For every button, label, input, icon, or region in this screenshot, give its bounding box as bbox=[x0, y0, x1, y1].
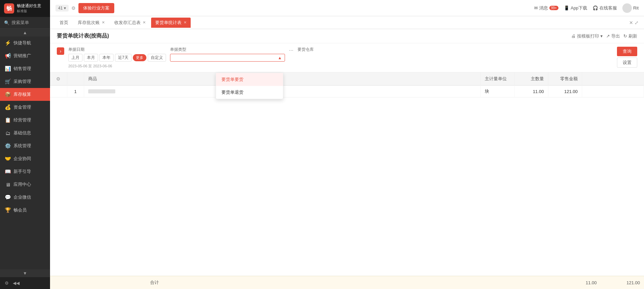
date-filter-btns: 上月 本月 本年 近7天 更多 自定义 bbox=[68, 54, 166, 62]
col-header-seq bbox=[67, 72, 84, 86]
sidebar-item-inventory[interactable]: 📦 库存核算 bbox=[0, 88, 50, 101]
table-container: ⚙ 商品 主计量单位 主数量 零售金额 1 bbox=[50, 72, 644, 276]
product-placeholder bbox=[88, 89, 115, 93]
type-dropdown-menu: 要货单要货 要货单退货 bbox=[216, 73, 283, 99]
warehouse-filter-label: 要货仓库 bbox=[297, 47, 325, 52]
sidebar-item-operation[interactable]: 📋 经营管理 bbox=[0, 114, 50, 127]
sidebar-item-system[interactable]: ⚙️ 系统管理 bbox=[0, 139, 50, 152]
dropdown-order-goods-label: 要货单要货 bbox=[221, 77, 243, 82]
sidebar-item-app-center[interactable]: 🖥 应用中心 bbox=[0, 178, 50, 191]
sidebar: 畅 畅捷通好生意 标准版 🔍 搜索菜单 ▲ ⚡ 快捷导航 📢 营销推广 📊 销售… bbox=[0, 0, 50, 289]
dropdown-item-order-goods[interactable]: 要货单要货 bbox=[216, 73, 283, 86]
refresh-btn[interactable]: ↻ 刷新 bbox=[623, 33, 637, 39]
date-btn-curr[interactable]: 本月 bbox=[84, 54, 98, 62]
sidebar-item-basic[interactable]: 🗂 基础信息 bbox=[0, 127, 50, 139]
app-download-btn[interactable]: 📱 App下载 bbox=[564, 5, 587, 11]
tab-home[interactable]: 首页 bbox=[55, 18, 72, 28]
tab-inventory-batch[interactable]: 库存批次账 ✕ bbox=[74, 18, 109, 28]
search-menu[interactable]: 🔍 搜索菜单 bbox=[0, 17, 50, 29]
sidebar-item-quick-nav[interactable]: ⚡ 快捷导航 bbox=[0, 37, 50, 49]
col-header-unit: 主计量单位 bbox=[480, 72, 514, 86]
scroll-up[interactable]: ▲ bbox=[0, 29, 50, 37]
date-btn-week7[interactable]: 近7天 bbox=[115, 54, 132, 62]
user-name: Rit bbox=[633, 5, 639, 10]
tab-order-summary-close[interactable]: ✕ bbox=[184, 20, 187, 25]
scroll-down[interactable]: ▼ bbox=[0, 269, 50, 277]
service-icon: 🎧 bbox=[593, 5, 598, 10]
type-filter-arrow-icon: ▲ bbox=[278, 55, 282, 60]
filter-actions: 查询 设置 bbox=[617, 47, 637, 68]
refresh-icon: ↻ bbox=[623, 34, 627, 39]
dropdown-item-order-return[interactable]: 要货单退货 bbox=[216, 86, 283, 99]
export-btn[interactable]: ↗ 导出 bbox=[606, 33, 620, 39]
system-icon: ⚙️ bbox=[5, 143, 11, 149]
tab-order-summary[interactable]: 要货单统计表 ✕ bbox=[151, 18, 191, 28]
purchase-label: 采购管理 bbox=[14, 79, 31, 85]
row-gear-cell bbox=[50, 86, 67, 97]
tab-receive-summary[interactable]: 收发存汇总表 ✕ bbox=[110, 18, 150, 28]
marketing-icon: 📢 bbox=[5, 53, 11, 59]
row-unit-cell: 块 bbox=[480, 86, 514, 97]
sidebar-item-guide[interactable]: 📖 新手引导 bbox=[0, 165, 50, 178]
table-header-row: ⚙ 商品 主计量单位 主数量 零售金额 bbox=[50, 72, 644, 86]
user-profile-btn[interactable]: Rit bbox=[622, 3, 639, 13]
type-filter-input[interactable]: ▲ bbox=[170, 54, 285, 62]
sidebar-item-members[interactable]: 🏆 畅会员 bbox=[0, 204, 50, 217]
setting-btn[interactable]: 设置 bbox=[617, 58, 637, 68]
date-range-display: 2023-05-06 至 2023-06-06 bbox=[68, 64, 166, 69]
message-icon: ✉ bbox=[534, 5, 538, 10]
date-btn-year[interactable]: 本年 bbox=[99, 54, 114, 62]
print-dropdown-icon: ▾ bbox=[600, 34, 603, 39]
table-footer: 合计 11.00 121.00 bbox=[50, 276, 644, 289]
date-btn-more[interactable]: 更多 bbox=[133, 54, 146, 61]
inventory-label: 库存核算 bbox=[14, 91, 31, 97]
dropdown-order-return-label: 要货单退货 bbox=[221, 90, 243, 95]
app-center-label: 应用中心 bbox=[14, 181, 31, 187]
messages-btn[interactable]: ✉ 消息 99+ bbox=[534, 5, 558, 11]
collapse-icon[interactable]: ◀◀ bbox=[13, 281, 20, 286]
logo-icon: 畅 bbox=[4, 3, 14, 14]
date-btn-custom[interactable]: 自定义 bbox=[148, 54, 166, 62]
app-logo: 畅 畅捷通好生意 标准版 bbox=[0, 0, 50, 17]
tab-inventory-batch-close[interactable]: ✕ bbox=[102, 20, 105, 25]
basic-icon: 🗂 bbox=[5, 130, 11, 136]
tab-receive-summary-close[interactable]: ✕ bbox=[143, 20, 146, 25]
topbar-gear-icon[interactable]: ⚙ bbox=[71, 5, 76, 11]
row-extra-cell bbox=[582, 86, 644, 97]
type-filter-group: 单据类型 ▲ bbox=[170, 47, 285, 62]
query-btn[interactable]: 查询 bbox=[617, 47, 637, 56]
date-filter-group: 单据日期 上月 本月 本年 近7天 更多 自定义 2023-05-06 至 20… bbox=[68, 47, 166, 69]
date-filter-label: 单据日期 bbox=[68, 47, 166, 52]
search-icon: 🔍 bbox=[4, 20, 9, 25]
sidebar-item-enterprise[interactable]: 🤝 企业协同 bbox=[0, 152, 50, 165]
online-service-btn[interactable]: 🎧 在线客服 bbox=[593, 5, 617, 11]
guide-icon: 📖 bbox=[5, 169, 11, 175]
date-btn-prev[interactable]: 上月 bbox=[68, 54, 82, 62]
tab-expand-icon[interactable]: ⤢ bbox=[635, 20, 639, 25]
tab-receive-summary-label: 收发存汇总表 bbox=[114, 20, 141, 26]
sidebar-item-marketing[interactable]: 📢 营销推广 bbox=[0, 49, 50, 62]
settings-icon[interactable]: ⚙ bbox=[5, 281, 9, 286]
table-gear-icon[interactable]: ⚙ bbox=[56, 76, 61, 82]
tabs-bar: 首页 库存批次账 ✕ 收发存汇总表 ✕ 要货单统计表 ✕ ✕ ⤢ bbox=[50, 16, 644, 29]
tab-close-all-icon[interactable]: ✕ bbox=[629, 20, 633, 25]
print-template-label: 按模板打印 bbox=[577, 33, 599, 39]
version-dropdown-icon: ▾ bbox=[64, 6, 66, 10]
wechat-icon: 💬 bbox=[5, 194, 11, 200]
col-header-amount: 零售金额 bbox=[548, 72, 582, 86]
type-filter-value bbox=[173, 55, 174, 60]
print-template-btn[interactable]: 🖨 按模板打印 ▾ bbox=[571, 33, 603, 39]
marketing-label: 营销推广 bbox=[14, 53, 31, 59]
trial-btn[interactable]: 体验行业方案 bbox=[78, 3, 114, 13]
table-body: 1 块 11.00 121.00 bbox=[50, 86, 644, 97]
sidebar-item-finance[interactable]: 💰 资金管理 bbox=[0, 101, 50, 114]
more-filter-icon[interactable]: ··· bbox=[289, 47, 293, 53]
sidebar-item-purchase[interactable]: 🛒 采购管理 bbox=[0, 75, 50, 88]
sidebar-item-wechat[interactable]: 💬 企业微信 bbox=[0, 191, 50, 204]
version-selector[interactable]: 41 ▾ bbox=[55, 5, 69, 12]
sidebar-item-sales[interactable]: 📊 销售管理 bbox=[0, 62, 50, 75]
filter-expand-btn[interactable]: › bbox=[57, 47, 64, 55]
page-content: 要货单统计表(按商品) 🖨 按模板打印 ▾ ↗ 导出 ↻ 刷新 › bbox=[50, 29, 644, 289]
inventory-icon: 📦 bbox=[5, 91, 11, 97]
col-header-gear[interactable]: ⚙ bbox=[50, 72, 67, 86]
